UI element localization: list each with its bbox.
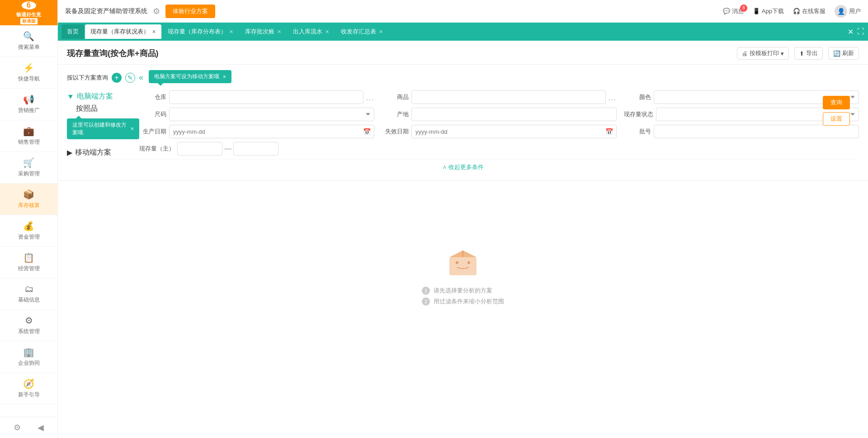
sidebar-item-inventory[interactable]: 📦 库存核算 [0,184,57,215]
sidebar-item-finance[interactable]: 💰 资金管理 [0,215,57,247]
refresh-icon: 🔄 [833,50,840,57]
scheme-node-mobile[interactable]: ▶ 移动端方案 [67,146,139,159]
scheme-tooltip-1-close[interactable]: × [223,74,226,80]
enterprise-icon: 🏢 [23,347,34,358]
hint-text-1: 请先选择要分析的方案 [434,287,492,295]
expiry-date-label: 失效日期 [382,127,409,136]
refresh-button[interactable]: 🔄 刷新 [828,47,859,60]
close-all-tabs-icon[interactable]: ✕ [848,28,854,36]
chevron-down-icon: ▾ [781,50,784,57]
filter-scheme-area: ▼ 电脑端方案 按照品 这里可以创建和修改方案哦 × [67,90,139,159]
warehouse-dots[interactable]: … [365,92,374,103]
scheme-tooltip-1: 电脑方案可设为移动方案哦 × [149,70,231,83]
export-icon: ⬆ [799,50,804,57]
stock-main-label: 现存量（主） [139,145,175,153]
close-tab-inventory-status[interactable]: ✕ [152,29,156,35]
filter-row-2: 尺码 产地 现存量状态 [139,108,859,121]
collapse-sidebar-icon[interactable]: ◀ [38,423,44,433]
sidebar-item-quick-nav[interactable]: ⚡ 快捷导航 [0,57,57,89]
goods-input[interactable] [411,90,606,104]
guide-icon: 🧭 [23,378,34,389]
query-button[interactable]: 查询 [823,96,850,109]
close-tab-inventory-dist[interactable]: ✕ [229,29,233,35]
scheme-desktop-label: 电脑端方案 [77,92,113,101]
empty-hint-2: 2 用过滤条件来缩小分析范围 [422,297,504,306]
svg-text:?: ? [461,251,464,256]
app-badge: 标准版 [20,18,38,24]
stock-main-from-input[interactable] [177,142,222,155]
empty-illustration: ? [440,237,486,282]
svg-point-3 [456,261,458,264]
user-avatar: 👤 [835,5,847,18]
batch-label: 批号 [624,127,651,136]
warehouse-label: 仓库 [139,93,166,101]
sidebar-item-enterprise[interactable]: 🏢 企业协同 [0,341,57,373]
filter-main: ▼ 电脑端方案 按照品 这里可以创建和修改方案哦 × [67,90,859,159]
print-button[interactable]: 🖨 按模板打印 ▾ [737,47,789,60]
app-download-item[interactable]: 📱 App下载 [753,7,784,15]
settings-icon[interactable]: ⚙ [153,6,160,16]
page-title: 现存量查询(按仓库+商品) [67,48,159,59]
scheme-children-desktop: 按照品 [76,103,139,115]
production-date-input[interactable] [169,125,374,138]
warehouse-input[interactable] [169,90,363,104]
expand-tabs-icon[interactable]: ⛶ [857,28,864,36]
settings-bottom-icon[interactable]: ⚙ [14,423,21,433]
mobile-icon: 📱 [753,8,760,14]
production-date-calendar-icon[interactable]: 📅 [363,128,371,135]
tab-batch-ledger[interactable]: 库存批次账 ✕ [240,24,287,39]
sidebar-item-purchase[interactable]: 🛒 采购管理 [0,152,57,184]
close-tab-batch-ledger[interactable]: ✕ [277,29,281,35]
tab-inventory-dist[interactable]: 现存量（库存分布表） ✕ [162,24,239,39]
marketing-icon: 📢 [23,94,34,105]
batch-input[interactable] [654,125,859,138]
sidebar-item-sales[interactable]: 💼 销售管理 [0,120,57,152]
close-tab-in-out-flow[interactable]: ✕ [325,29,329,35]
collapse-up-icon: ∧ [442,164,447,170]
scheme-child-item[interactable]: 按照品 [76,103,139,115]
filter-header-label: 按以下方案查询 [67,74,108,82]
export-button[interactable]: ⬆ 导出 [794,47,823,60]
purchase-icon: 🛒 [23,157,34,168]
sidebar-item-guide[interactable]: 🧭 新手引导 [0,373,57,405]
scheme-tooltip-2-close[interactable]: × [131,126,134,132]
tab-receipt-summary[interactable]: 收发存汇总表 ✕ [335,24,388,39]
scheme-node-desktop[interactable]: ▼ 电脑端方案 [67,90,139,103]
stock-main-range: — [177,142,278,155]
expiry-date-input[interactable] [411,125,617,138]
search-menu-icon: 🔍 [23,31,34,42]
sidebar-item-operations[interactable]: 📋 经营管理 [0,247,57,278]
close-tab-receipt-summary[interactable]: ✕ [379,29,383,35]
reset-button[interactable]: 设置 [823,112,850,126]
filter-row-3: 生产日期 📅 失效日期 📅 [139,125,859,138]
origin-input[interactable] [411,108,617,121]
tab-home[interactable]: 首页 [61,24,84,39]
sidebar-item-basic[interactable]: 🗂 基础信息 [0,278,57,310]
notification-item[interactable]: 💬 消息 8 [723,7,744,15]
goods-dots[interactable]: … [608,92,617,103]
filter-row-1: 仓库 … 商品 … [139,90,859,104]
industry-plan-button[interactable]: 体验行业方案 [165,5,215,18]
stock-main-to-input[interactable] [233,142,278,155]
filter-add-button[interactable]: + [112,73,122,83]
svg-point-4 [467,261,470,264]
operations-icon: 📋 [23,252,34,263]
sidebar-item-search-menu[interactable]: 🔍 搜索菜单 [0,25,57,57]
basic-icon: 🗂 [24,284,33,294]
expiry-date-calendar-icon[interactable]: 📅 [605,128,613,135]
sidebar-item-marketing[interactable]: 📢 营销推广 [0,89,57,120]
sidebar-footer: ⚙ ◀ [0,417,57,438]
filter-back-button[interactable]: « [139,73,143,82]
sidebar-item-system[interactable]: ⚙ 系统管理 [0,310,57,341]
online-service-item[interactable]: 🎧 在线客服 [793,7,826,15]
hint-num-1: 1 [422,287,430,295]
scheme-tooltip-2-text: 这里可以创建和修改方案哦 [72,121,127,137]
tab-in-out-flow[interactable]: 出入库流水 ✕ [288,24,335,39]
tab-inventory-status[interactable]: 现存量（库存状况表） ✕ [85,24,161,39]
filter-edit-button[interactable]: ✎ [125,73,135,83]
logo-icon: 6 [22,1,36,9]
size-select[interactable] [169,108,374,121]
filter-cell-batch: 批号 [624,125,859,138]
collapse-more-button[interactable]: ∧ 收起更多条件 [67,159,859,175]
user-item[interactable]: 👤 用户 [835,5,861,18]
